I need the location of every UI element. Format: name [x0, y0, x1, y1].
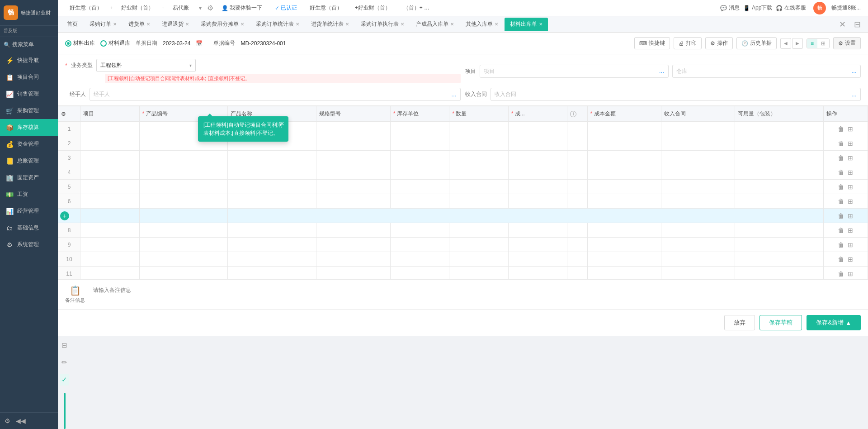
row-6-copy-btn[interactable]: ⊞ — [847, 197, 854, 206]
tab-goods-return[interactable]: 进退退货 ✕ — [156, 18, 194, 31]
rpanel-table-icon[interactable]: ⊟ — [60, 339, 69, 351]
row-3-delete-btn[interactable]: 🗑 — [837, 153, 845, 162]
tab-material-issue[interactable]: 材料出库单 ✕ — [505, 18, 548, 31]
topbar-experience[interactable]: 👤 我要体验一下 — [217, 2, 267, 14]
sidebar-item-shortcuts[interactable]: ⚡ 快捷导航 — [0, 52, 58, 69]
sidebar-item-sales[interactable]: 📈 销售管理 — [0, 86, 58, 102]
sidebar-item-purchase[interactable]: 🛒 采购管理 — [0, 102, 58, 119]
row-2-copy-btn[interactable]: ⊞ — [847, 139, 854, 148]
user-avatar[interactable]: 畅 — [813, 2, 826, 14]
form-settings-btn[interactable]: ⚙ 设置 — [833, 37, 861, 49]
sidebar-item-payroll[interactable]: 💵 工资 — [0, 186, 58, 203]
handler-input[interactable]: 经手人 … — [90, 88, 461, 101]
business-type-input[interactable]: 工程领料 ▾ — [96, 59, 196, 72]
discard-btn[interactable]: 放弃 — [724, 315, 755, 330]
row-10-delete-btn[interactable]: 🗑 — [837, 255, 845, 264]
topbar-certified[interactable]: ✓ 已认证 — [270, 2, 302, 14]
tab-home[interactable]: 首页 — [61, 18, 83, 31]
row-7-delete-btn[interactable]: 🗑 — [837, 211, 845, 220]
tab-purchase-stats[interactable]: 采购订单统计表 ✕ — [250, 18, 305, 31]
sidebar-item-finance[interactable]: 💰 资金管理 — [0, 136, 58, 153]
topbar-more[interactable]: （首）+ … — [399, 2, 434, 14]
close-tab-goods-receipt[interactable]: ✕ — [146, 22, 150, 27]
sidebar-item-system[interactable]: ⚙ 系统管理 — [0, 236, 58, 253]
grid-view-btn[interactable]: ⊞ — [817, 39, 829, 48]
row-2-delete-btn[interactable]: 🗑 — [837, 139, 845, 148]
history-btn[interactable]: 🕐 历史单据 — [736, 37, 777, 49]
tab-goods-receipt[interactable]: 进货单 ✕ — [123, 18, 156, 31]
info-icon[interactable]: i — [570, 111, 576, 117]
row-6-delete-btn[interactable]: 🗑 — [837, 197, 845, 206]
user-name[interactable]: 畅捷通8账... — [831, 4, 861, 12]
tab-purchase-exec[interactable]: 采购订单执行表 ✕ — [355, 18, 410, 31]
sidebar-item-inventory[interactable]: 📦 库存核算 — [0, 119, 58, 136]
topbar-dropdown[interactable]: ▾ — [197, 5, 203, 11]
topbar-business2[interactable]: 好生意（首） — [305, 2, 347, 14]
close-all-tabs-icon[interactable]: ✕ — [835, 19, 849, 29]
project-input[interactable]: 项目 … — [480, 65, 669, 78]
row-4-delete-btn[interactable]: 🗑 — [837, 168, 845, 177]
sidebar-item-basic[interactable]: 🗂 基础信息 — [0, 219, 58, 236]
close-tab-purchase-order[interactable]: ✕ — [113, 22, 117, 27]
close-tab-finished-goods[interactable]: ✕ — [450, 22, 454, 27]
table-view-btn[interactable]: ≡ — [807, 39, 817, 48]
prev-doc-btn[interactable]: ◀ — [780, 38, 791, 49]
warehouse-input[interactable]: 仓库 … — [672, 65, 861, 78]
add-row-btn[interactable]: + — [60, 211, 69, 220]
row-1-copy-btn[interactable]: ⊞ — [847, 124, 854, 133]
row-9-delete-btn[interactable]: 🗑 — [837, 240, 845, 249]
row-9-copy-btn[interactable]: ⊞ — [847, 240, 854, 249]
rpanel-green-icon[interactable]: ✓ — [60, 374, 69, 386]
sidebar-item-assets[interactable]: 🏢 固定资产 — [0, 169, 58, 186]
topbar-good-finance[interactable]: 好业财（首） — [117, 2, 158, 14]
tab-manage-icon[interactable]: ⊟ — [850, 19, 864, 29]
topbar-good-business[interactable]: 好生意（首） — [65, 2, 107, 14]
close-tab-purchase-stats[interactable]: ✕ — [296, 22, 299, 27]
close-tab-goods-stats[interactable]: ✕ — [345, 22, 349, 27]
close-tab-goods-return[interactable]: ✕ — [185, 22, 189, 27]
row-8-copy-btn[interactable]: ⊞ — [847, 226, 854, 235]
sidebar-search[interactable]: 🔍 搜索菜单 — [0, 37, 58, 52]
rpanel-edit-icon[interactable]: ✏ — [60, 357, 69, 368]
th-gear[interactable]: ⚙ — [58, 106, 80, 122]
sidebar-item-operations[interactable]: 📊 经营管理 — [0, 203, 58, 219]
tab-purchase-order[interactable]: 采购订单 ✕ — [84, 18, 122, 31]
sidebar-item-project[interactable]: 📋 项目合同 — [0, 69, 58, 86]
close-tab-purchase-expense[interactable]: ✕ — [241, 22, 244, 27]
radio-material-issue[interactable]: 材料出库 — [65, 39, 95, 47]
row-11-copy-btn[interactable]: ⊞ — [847, 269, 854, 278]
row-11-delete-btn[interactable]: 🗑 — [837, 269, 845, 278]
close-tab-purchase-exec[interactable]: ✕ — [401, 22, 404, 27]
tab-goods-stats[interactable]: 进货单统计表 ✕ — [306, 18, 354, 31]
topbar-finance2[interactable]: +好业财（首） — [350, 2, 395, 14]
operations-btn[interactable]: ⚙ 操作 — [705, 37, 733, 49]
save-new-btn[interactable]: 保存&新增 ▲ — [807, 315, 861, 330]
row-5-delete-btn[interactable]: 🗑 — [837, 182, 845, 191]
settings-gear-icon[interactable]: ⚙ — [5, 417, 10, 424]
topbar-easy-accounting[interactable]: 易代账 — [168, 2, 193, 14]
row-5-copy-btn[interactable]: ⊞ — [847, 182, 854, 191]
topbar-message[interactable]: 💬 消息 — [720, 4, 740, 12]
tab-other-receipt[interactable]: 其他入库单 ✕ — [460, 18, 504, 31]
tooltip-close-btn[interactable]: ✕ — [279, 119, 285, 129]
row-4-copy-btn[interactable]: ⊞ — [847, 168, 854, 177]
income-contract-input[interactable]: 收入合同 … — [491, 88, 861, 101]
row-3-copy-btn[interactable]: ⊞ — [847, 153, 854, 162]
row-1-delete-btn[interactable]: 🗑 — [837, 124, 845, 133]
topbar-gear-icon[interactable]: ⚙ — [207, 4, 213, 12]
topbar-online-support[interactable]: 🎧 在线客服 — [776, 4, 806, 12]
print-btn[interactable]: 🖨 打印 — [674, 37, 702, 49]
close-tab-other-receipt[interactable]: ✕ — [495, 22, 498, 27]
save-draft-btn[interactable]: 保存草稿 — [760, 315, 802, 330]
radio-material-return[interactable]: 材料退库 — [100, 39, 130, 47]
row-7-copy-btn[interactable]: ⊞ — [847, 211, 854, 220]
calendar-icon[interactable]: 📅 — [196, 40, 203, 47]
row-10-copy-btn[interactable]: ⊞ — [847, 255, 854, 264]
row-8-delete-btn[interactable]: 🗑 — [837, 226, 845, 235]
tab-purchase-expense[interactable]: 采购费用分摊单 ✕ — [195, 18, 250, 31]
collapse-sidebar-icon[interactable]: ◀◀ — [16, 417, 26, 424]
sidebar-item-accounting[interactable]: 📒 总账管理 — [0, 153, 58, 169]
notes-input[interactable] — [90, 285, 861, 295]
topbar-app-download[interactable]: 📱 App下载 — [743, 4, 772, 12]
close-tab-material-issue[interactable]: ✕ — [539, 22, 542, 27]
